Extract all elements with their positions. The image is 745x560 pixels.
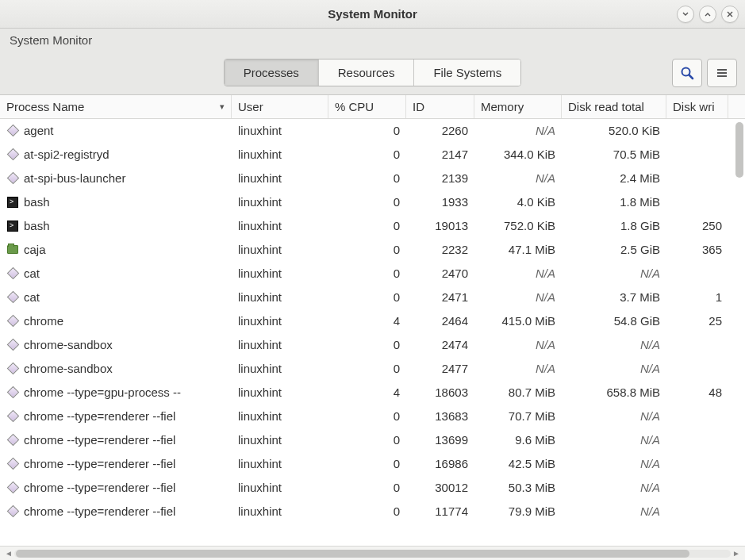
- cell-id: 11774: [406, 502, 474, 520]
- app-menu-label[interactable]: System Monitor: [10, 33, 92, 47]
- table-row[interactable]: agentlinuxhint02260N/A520.0 KiB: [0, 119, 745, 143]
- diamond-icon: [6, 315, 19, 328]
- cell-memory: 415.0 MiB: [474, 312, 562, 330]
- cell-cpu: 0: [328, 145, 406, 163]
- cell-process-name: chrome-sandbox: [0, 336, 232, 354]
- table-body[interactable]: agentlinuxhint02260N/A520.0 KiBat-spi2-r…: [0, 119, 745, 546]
- diamond-icon: [6, 458, 19, 470]
- maximize-button[interactable]: [699, 6, 716, 23]
- horizontal-scrollbar: ◄ ►: [0, 546, 745, 560]
- cell-cpu: 0: [328, 336, 406, 354]
- cell-id: 2474: [406, 336, 474, 354]
- table-row[interactable]: bashlinuxhint019334.0 KiB1.8 MiB: [0, 190, 745, 214]
- column-header-user[interactable]: User: [232, 95, 328, 118]
- cell-cpu: 0: [328, 478, 406, 497]
- cell-process-name: chrome: [0, 312, 232, 330]
- cell-disk-read: 2.4 MiB: [562, 169, 666, 187]
- cell-user: linuxhint: [232, 431, 328, 449]
- cell-disk-write: 48: [666, 383, 728, 401]
- cell-disk-write: 250: [666, 217, 728, 235]
- vertical-scrollbar-thumb[interactable]: [735, 122, 743, 178]
- column-header-cpu[interactable]: % CPU: [328, 95, 406, 118]
- table-row[interactable]: at-spi2-registrydlinuxhint02147344.0 KiB…: [0, 143, 745, 167]
- tab-file-systems[interactable]: File Systems: [414, 59, 520, 86]
- cell-cpu: 0: [328, 193, 406, 211]
- cell-id: 2471: [406, 288, 474, 306]
- diamond-icon: [6, 410, 19, 423]
- close-button[interactable]: [721, 6, 739, 23]
- menubar: System Monitor: [0, 29, 745, 51]
- terminal-icon: [6, 196, 19, 209]
- search-button[interactable]: [672, 59, 702, 87]
- horizontal-scrollbar-track[interactable]: [14, 550, 731, 558]
- table-row[interactable]: chrome --type=gpu-process --linuxhint418…: [0, 381, 745, 405]
- table-row[interactable]: chrome --type=renderer --fiellinuxhint01…: [0, 428, 745, 452]
- scroll-left-arrow[interactable]: ◄: [3, 549, 14, 558]
- cell-disk-read: N/A: [562, 336, 666, 354]
- column-header-dwrite[interactable]: Disk wri: [666, 95, 728, 118]
- table-row[interactable]: chrome --type=renderer --fiellinuxhint01…: [0, 405, 745, 428]
- tab-processes[interactable]: Processes: [225, 59, 319, 86]
- column-header-dread[interactable]: Disk read total: [562, 95, 666, 118]
- cell-id: 2139: [406, 169, 474, 187]
- cell-disk-read: 1.8 MiB: [562, 193, 666, 211]
- cell-disk-read: 3.7 MiB: [562, 288, 666, 306]
- cell-memory: 42.5 MiB: [474, 455, 562, 473]
- horizontal-scrollbar-thumb[interactable]: [16, 550, 689, 558]
- cell-memory: N/A: [474, 336, 562, 354]
- column-header-id[interactable]: ID: [406, 95, 474, 118]
- tab-resources[interactable]: Resources: [319, 59, 415, 86]
- cell-memory: 50.3 MiB: [474, 478, 562, 497]
- cell-disk-write: [666, 509, 728, 514]
- cell-cpu: 0: [328, 240, 406, 259]
- cell-disk-write: [666, 271, 728, 276]
- cell-process-name: chrome --type=gpu-process --: [0, 383, 232, 401]
- cell-user: linuxhint: [232, 455, 328, 473]
- cell-disk-write: [666, 152, 728, 157]
- table-row[interactable]: cajalinuxhint0223247.1 MiB2.5 GiB365: [0, 238, 745, 262]
- cell-id: 13699: [406, 431, 474, 449]
- cell-cpu: 4: [328, 383, 406, 401]
- cell-disk-read: N/A: [562, 455, 666, 473]
- cell-disk-write: 25: [666, 312, 728, 330]
- diamond-icon: [6, 267, 19, 280]
- cell-id: 2464: [406, 312, 474, 330]
- cell-id: 1933: [406, 193, 474, 211]
- cell-id: 2470: [406, 264, 474, 282]
- menu-button[interactable]: [707, 59, 737, 87]
- cell-cpu: 0: [328, 502, 406, 520]
- cell-process-name: at-spi-bus-launcher: [0, 169, 232, 187]
- table-header: Process NameUser% CPUIDMemoryDisk read t…: [0, 95, 745, 119]
- table-row[interactable]: chromelinuxhint42464415.0 MiB54.8 GiB25: [0, 309, 745, 333]
- scroll-right-arrow[interactable]: ►: [731, 549, 742, 558]
- cell-memory: N/A: [474, 121, 562, 140]
- column-header-mem[interactable]: Memory: [474, 95, 562, 118]
- cell-user: linuxhint: [232, 407, 328, 425]
- cell-disk-read: 520.0 KiB: [562, 121, 666, 140]
- cell-cpu: 0: [328, 217, 406, 235]
- table-row[interactable]: catlinuxhint02471N/A3.7 MiB1: [0, 286, 745, 309]
- column-header-name[interactable]: Process Name: [0, 95, 232, 118]
- diamond-icon: [6, 386, 19, 399]
- cell-process-name: chrome --type=renderer --fiel: [0, 455, 232, 473]
- cell-process-name: bash: [0, 193, 232, 211]
- table-row[interactable]: bashlinuxhint019013752.0 KiB1.8 GiB250: [0, 214, 745, 238]
- cell-process-name: agent: [0, 121, 232, 140]
- cell-disk-write: [666, 462, 728, 466]
- table-row[interactable]: chrome-sandboxlinuxhint02474N/AN/A: [0, 333, 745, 357]
- cell-id: 2260: [406, 121, 474, 140]
- table-row[interactable]: at-spi-bus-launcherlinuxhint02139N/A2.4 …: [0, 167, 745, 190]
- cell-disk-read: N/A: [562, 478, 666, 497]
- minimize-button[interactable]: [677, 6, 694, 23]
- cell-cpu: 0: [328, 169, 406, 187]
- view-tabs: ProcessesResourcesFile Systems: [224, 59, 522, 86]
- cell-disk-write: [666, 414, 728, 419]
- table-row[interactable]: chrome-sandboxlinuxhint02477N/AN/A: [0, 357, 745, 381]
- cell-disk-write: 365: [666, 240, 728, 259]
- table-row[interactable]: chrome --type=renderer --fiellinuxhint03…: [0, 476, 745, 500]
- cell-process-name: chrome-sandbox: [0, 359, 232, 378]
- table-row[interactable]: chrome --type=renderer --fiellinuxhint01…: [0, 500, 745, 524]
- table-row[interactable]: catlinuxhint02470N/AN/A: [0, 262, 745, 286]
- terminal-icon: [6, 220, 19, 232]
- table-row[interactable]: chrome --type=renderer --fiellinuxhint01…: [0, 452, 745, 476]
